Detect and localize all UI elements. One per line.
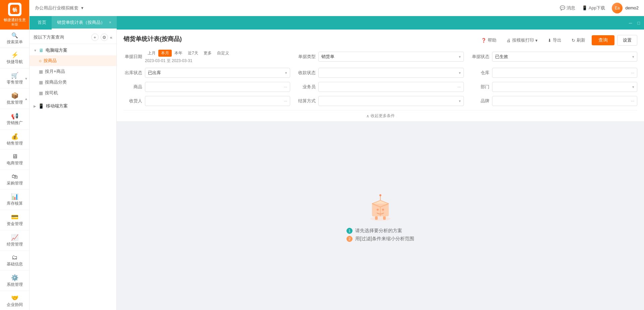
sidebar-item-retail[interactable]: 🛒 零售管理 ▼ xyxy=(0,68,29,89)
department-label: 部门 xyxy=(471,84,489,90)
tip-num-1: 1 xyxy=(346,228,353,234)
scheme-icon-1: ○ xyxy=(39,58,42,63)
export-btn[interactable]: ⬇ 导出 xyxy=(544,36,565,45)
date-tab-this-year[interactable]: 本年 xyxy=(172,50,185,57)
sidebar-item-basic[interactable]: 🗂 基础信息 xyxy=(0,251,29,271)
template-print-btn[interactable]: 🖨 按模板打印 ▾ xyxy=(503,36,541,45)
operation-icon: 📈 xyxy=(11,234,18,241)
print-dropdown-icon: ▾ xyxy=(535,38,538,43)
svg-point-5 xyxy=(377,209,379,211)
empty-tips: 1 请先选择要分析的方案 2 用[过滤]条件来缩小分析范围 xyxy=(346,228,414,242)
export-icon: ⬇ xyxy=(548,38,551,43)
message-icon: 💬 xyxy=(560,5,565,10)
sidebar-item-wholesale[interactable]: 📦 批发管理 ▲ xyxy=(0,89,29,109)
bill-status-input[interactable]: 已生效 ▾ xyxy=(492,52,637,62)
sidebar-item-stock[interactable]: 📊 库存核算 xyxy=(0,190,29,210)
sidebar-item-finance[interactable]: 💳 资金管理 xyxy=(0,210,29,230)
query-btn[interactable]: 查询 xyxy=(592,35,614,45)
collapse-panel-btn[interactable]: « xyxy=(110,35,112,40)
marketing-label: 营销推广 xyxy=(7,120,23,126)
search-icon: 🔍 xyxy=(11,32,18,39)
department-input[interactable]: ▾ xyxy=(492,82,637,92)
out-status-input[interactable]: 已出库 ▾ xyxy=(145,68,290,78)
tip-text-2: 用[过滤]条件来缩小分析范围 xyxy=(355,236,414,242)
stock-icon: 📊 xyxy=(11,193,18,200)
receiver-field: 收货人 ··· xyxy=(123,96,290,106)
sidebar-item-ecommerce[interactable]: 🖥 电商管理 xyxy=(0,150,29,170)
data-area: 1 请先选择要分析的方案 2 用[过滤]条件来缩小分析范围 xyxy=(117,122,644,310)
mobile-icon: 📱 xyxy=(38,103,44,109)
sidebar-item-enterprise[interactable]: 🤝 企业协同 xyxy=(0,291,29,310)
salesperson-dots: ··· xyxy=(458,85,461,89)
receipt-status-input[interactable]: ▾ xyxy=(318,68,464,78)
finance-icon: 💳 xyxy=(11,213,18,221)
warehouse-field: 仓库 ··· xyxy=(471,68,637,78)
help-btn[interactable]: ❓ 帮助 xyxy=(477,36,500,45)
out-status-arrow: ▾ xyxy=(285,71,287,75)
tabbar: 首页 销货单统计表（按商品） × ─ □ xyxy=(30,16,644,30)
sidebar-item-system[interactable]: ⚙️ 系统管理 xyxy=(0,271,29,291)
receipt-status-field: 收款状态 ▾ xyxy=(297,68,464,78)
app-download-action[interactable]: 📱 App下载 xyxy=(582,5,605,11)
scheme-by-goods[interactable]: ○ 按商品 xyxy=(30,55,116,66)
basic-icon: 🗂 xyxy=(12,254,18,261)
warehouse-input[interactable]: ··· xyxy=(492,68,637,78)
scheme-label-4: 按司机 xyxy=(45,90,58,96)
scheme-label-1: 按商品 xyxy=(44,58,57,64)
svg-rect-10 xyxy=(383,216,386,220)
mobile-group-label: 移动端方案 xyxy=(46,103,68,109)
computer-scheme-group: ▼ 🖥 电脑端方案 ○ 按商品 ▦ 按月+商品 ▦ 按商品分类 ▦ xyxy=(30,44,116,100)
workspace-dropdown[interactable]: ▾ xyxy=(81,5,84,10)
purchase-icon: 🛍 xyxy=(12,173,18,180)
brand-input[interactable]: ··· xyxy=(492,96,637,106)
app-logo: 畅 畅捷通好生意 标版 xyxy=(0,0,30,30)
computer-group-header[interactable]: ▼ 🖥 电脑端方案 xyxy=(30,45,116,55)
search-menu[interactable]: 🔍 搜索菜单 xyxy=(0,30,29,48)
scheme-by-category[interactable]: ▦ 按商品分类 xyxy=(30,77,116,88)
receiver-label: 收货人 xyxy=(123,98,142,104)
tab-home-label: 首页 xyxy=(38,19,46,25)
left-panel-header: 按以下方案查询 + ⚙ « xyxy=(30,30,116,44)
scheme-by-month-goods[interactable]: ▦ 按月+商品 xyxy=(30,66,116,77)
sidebar-item-marketing[interactable]: 📢 营销推广 xyxy=(0,109,29,130)
tab-maximize[interactable]: □ xyxy=(636,19,641,27)
date-tab-last-month[interactable]: 上月 xyxy=(145,50,158,57)
salesperson-input[interactable]: ··· xyxy=(318,82,464,92)
settings-btn[interactable]: 设置 xyxy=(617,35,637,46)
bill-type-arrow: ▾ xyxy=(459,55,461,59)
collapse-filters-btn[interactable]: ∧ 收起更多条件 xyxy=(123,110,637,121)
date-tab-this-month[interactable]: 本月 xyxy=(158,50,172,57)
date-tab-7days[interactable]: 近7天 xyxy=(185,50,201,57)
app-name: 畅捷通好生意 xyxy=(4,17,26,22)
tip-text-1: 请先选择要分析的方案 xyxy=(355,228,402,234)
refresh-btn[interactable]: ↻ 刷新 xyxy=(568,36,589,45)
goods-input[interactable]: ··· xyxy=(145,82,290,92)
mobile-group-header[interactable]: ▶ 📱 移动端方案 xyxy=(30,101,116,111)
user-area[interactable]: Ea demo2 xyxy=(612,3,639,13)
tab-sales-stats-label: 销货单统计表（按商品） xyxy=(57,19,105,25)
scheme-by-driver[interactable]: ▦ 按司机 xyxy=(30,88,116,98)
receiver-input[interactable]: ··· xyxy=(145,96,290,106)
sidebar-item-sales[interactable]: 💰 销售管理 xyxy=(0,130,29,150)
avatar[interactable]: Ea xyxy=(612,3,623,13)
tab-close-btn[interactable]: × xyxy=(109,20,111,25)
payment-input[interactable]: ▾ xyxy=(318,96,464,106)
date-range-value: 2023-03-01 至 2023-03-31 xyxy=(145,58,290,64)
tab-sales-stats[interactable]: 销货单统计表（按商品） × xyxy=(52,16,117,30)
date-tab-more[interactable]: 更多 xyxy=(201,50,214,57)
date-tab-custom[interactable]: 自定义 xyxy=(214,50,232,57)
filter-area: 销货单统计表(按商品) ❓ 帮助 🖨 按模板打印 ▾ ⬇ xyxy=(117,30,644,122)
add-scheme-btn[interactable]: + xyxy=(91,34,99,41)
sidebar-item-purchase[interactable]: 🛍 采购管理 xyxy=(0,170,29,190)
tab-home[interactable]: 首页 xyxy=(32,16,52,30)
page-title: 销货单统计表(按商品) xyxy=(123,35,182,43)
sidebar-item-quick-nav[interactable]: ⚡ 快捷导航 xyxy=(0,48,29,68)
edit-scheme-btn[interactable]: ⚙ xyxy=(101,34,108,41)
sidebar-item-operation[interactable]: 📈 经营管理 xyxy=(0,230,29,251)
left-panel: 按以下方案查询 + ⚙ « ▼ 🖥 电脑端方案 ○ 按商 xyxy=(30,30,117,310)
receiver-dots: ··· xyxy=(284,99,287,103)
bill-type-input[interactable]: 销货单 ▾ xyxy=(318,52,464,62)
message-action[interactable]: 💬 消息 xyxy=(560,5,575,11)
tab-minimize[interactable]: ─ xyxy=(628,19,633,27)
date-tabs: 上月 本月 本年 近7天 更多 自定义 xyxy=(145,50,290,57)
